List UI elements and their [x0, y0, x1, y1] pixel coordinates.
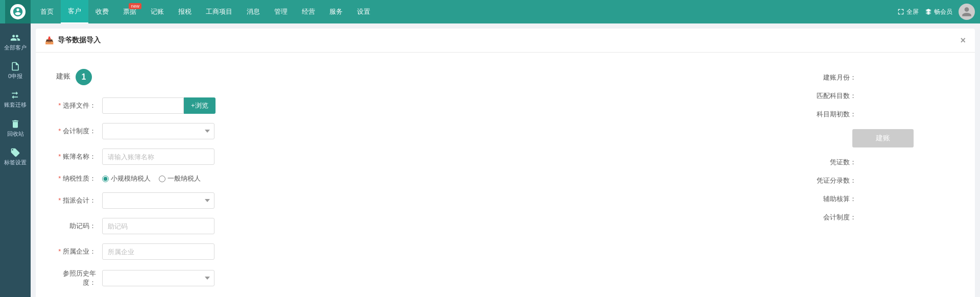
accounting-system-label: 会计制度： — [56, 127, 102, 136]
right-subject-init-group: 科目期初数： — [811, 110, 954, 119]
sidebar-label: 全部客户 — [4, 44, 27, 51]
right-voucher-label: 凭证数： — [811, 158, 863, 167]
memo-group: 助记码： — [56, 218, 781, 234]
close-button[interactable]: × — [960, 36, 966, 45]
nav-home[interactable]: 首页 — [33, 0, 61, 23]
right-aux-accounting-group: 辅助核算： — [811, 194, 954, 204]
nav-fee[interactable]: 收费 — [88, 0, 116, 23]
member-btn[interactable]: 畅会员 — [925, 8, 952, 16]
right-month-group: 建账月份： — [811, 73, 954, 82]
sidebar-label: 标签设置 — [4, 159, 27, 166]
tax-general-label: 一般纳税人 — [168, 174, 201, 183]
right-accounting-system-group: 会计制度： — [811, 213, 954, 222]
nav-manage[interactable]: 管理 — [267, 0, 295, 23]
form-layout: 建账 1 选择文件： +浏览 — [56, 68, 954, 296]
ledger-name-label: 账簿名称： — [56, 152, 102, 161]
nav-customer[interactable]: 客户 — [61, 0, 88, 23]
sidebar-item-recycle[interactable]: 回收站 — [1, 115, 30, 141]
main-content: 📥 导爷数据导入 × 建账 1 选择文件： — [31, 23, 980, 297]
nav-tax[interactable]: 报税 — [171, 0, 199, 23]
accounting-system-group: 会计制度： — [56, 123, 781, 139]
ledger-name-group: 账簿名称： — [56, 148, 781, 165]
right-voucher-group: 凭证数： — [811, 158, 954, 167]
import-icon: 📥 — [45, 36, 54, 44]
sidebar: 全部客户 0申报 账套迁移 回收站 标签设置 — [0, 23, 31, 297]
import-panel: 📥 导爷数据导入 × 建账 1 选择文件： — [36, 29, 975, 297]
file-select-group: 选择文件： +浏览 — [56, 97, 781, 114]
step-number: 1 — [76, 69, 92, 85]
sidebar-label: 0申报 — [8, 73, 22, 80]
nav-invoice[interactable]: 票据 new — [116, 0, 144, 23]
sidebar-label: 回收站 — [7, 131, 24, 137]
history-year-label: 参照历史年度： — [56, 269, 102, 287]
nav-service[interactable]: 服务 — [322, 0, 350, 23]
right-voucher-entries-group: 凭证分录数： — [811, 176, 954, 185]
build-account-button[interactable]: 建账 — [852, 129, 914, 147]
right-accounting-system-label: 会计制度： — [811, 213, 863, 222]
nav-operation[interactable]: 经营 — [295, 0, 322, 23]
company-input[interactable] — [102, 243, 214, 260]
accounting-system-select[interactable] — [102, 123, 214, 139]
right-aux-accounting-label: 辅助核算： — [811, 194, 863, 204]
accountant-group: 指派会计： — [56, 192, 781, 209]
step-label-text: 建账 — [56, 72, 70, 81]
sidebar-item-tag-settings[interactable]: 标签设置 — [1, 143, 30, 170]
sidebar-label: 账套迁移 — [4, 102, 27, 108]
tax-small-radio[interactable] — [102, 176, 109, 182]
company-label: 所属企业： — [56, 247, 102, 256]
logo-area — [5, 0, 31, 23]
nav-bookkeeping[interactable]: 记账 — [144, 0, 171, 23]
right-subject-init-label: 科目期初数： — [811, 110, 863, 119]
sidebar-item-migrate[interactable]: 账套迁移 — [1, 86, 30, 112]
fullscreen-btn[interactable]: 全屏 — [897, 8, 919, 16]
memo-input[interactable] — [102, 218, 214, 234]
top-nav: 首页 客户 收费 票据 new 记账 报税 工商项目 消息 管理 经营 服务 设… — [0, 0, 980, 23]
tax-small-label: 小规模纳税人 — [111, 174, 151, 183]
right-match-subject-group: 匹配科目数： — [811, 91, 954, 101]
nav-settings[interactable]: 设置 — [350, 0, 377, 23]
nav-message[interactable]: 消息 — [240, 0, 267, 23]
logo-icon — [10, 4, 26, 19]
company-group: 所属企业： — [56, 243, 781, 260]
right-match-subject-label: 匹配科目数： — [811, 91, 863, 101]
nav-business[interactable]: 工商项目 — [199, 0, 240, 23]
tax-general-radio[interactable] — [159, 176, 165, 182]
panel-body: 建账 1 选择文件： +浏览 — [36, 53, 975, 297]
file-input[interactable] — [102, 97, 184, 114]
avatar[interactable] — [959, 4, 975, 20]
browse-button[interactable]: +浏览 — [184, 97, 216, 114]
tax-type-label: 纳税性质： — [56, 174, 102, 183]
file-row: +浏览 — [102, 97, 216, 114]
history-year-select[interactable] — [102, 270, 214, 286]
accountant-label: 指派会计： — [56, 196, 102, 205]
accountant-select[interactable] — [102, 192, 214, 209]
layout: 全部客户 0申报 账套迁移 回收站 标签设置 📥 导爷数据导入 × — [0, 23, 980, 297]
panel-title: 导爷数据导入 — [58, 36, 101, 45]
new-badge: new — [129, 3, 141, 9]
nav-right: 全屏 畅会员 — [897, 4, 975, 20]
right-voucher-entries-label: 凭证分录数： — [811, 176, 863, 185]
nav-bar: 首页 客户 收费 票据 new 记账 报税 工商项目 消息 管理 经营 服务 设… — [33, 0, 897, 23]
sidebar-item-all-customers[interactable]: 全部客户 — [1, 29, 30, 55]
tax-small-option[interactable]: 小规模纳税人 — [102, 174, 151, 183]
tax-type-group: 纳税性质： 小规模纳税人 一般纳税人 — [56, 174, 781, 183]
tax-general-option[interactable]: 一般纳税人 — [159, 174, 201, 183]
panel-header: 📥 导爷数据导入 × — [36, 29, 975, 53]
file-label: 选择文件： — [56, 101, 102, 110]
form-left: 建账 1 选择文件： +浏览 — [56, 68, 781, 296]
memo-label: 助记码： — [56, 221, 102, 231]
tax-type-radios: 小规模纳税人 一般纳税人 — [102, 174, 201, 183]
ledger-name-input[interactable] — [102, 148, 214, 165]
form-right: 建账月份： 匹配科目数： 科目期初数： 建账 — [811, 68, 954, 296]
history-year-group: 参照历史年度： — [56, 269, 781, 287]
right-month-label: 建账月份： — [811, 73, 863, 82]
step-row: 建账 1 — [56, 68, 781, 85]
sidebar-item-zero-report[interactable]: 0申报 — [1, 57, 30, 84]
